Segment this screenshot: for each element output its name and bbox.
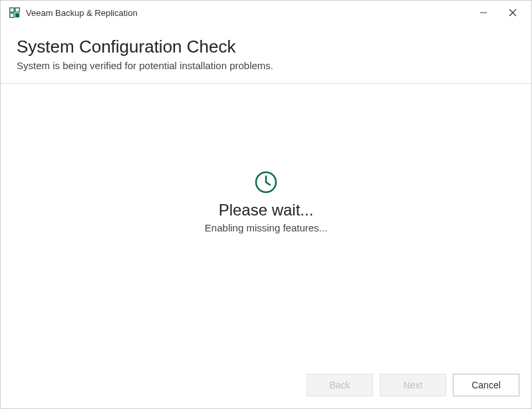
page-subtitle: System is being verified for potential i…: [17, 60, 515, 71]
titlebar: Veeam Backup & Replication: [1, 1, 531, 25]
next-button: Next: [380, 374, 446, 396]
app-icon: [9, 7, 21, 19]
svg-rect-1: [15, 8, 19, 12]
svg-rect-0: [10, 8, 14, 12]
clock-icon: [254, 170, 278, 194]
minimize-button[interactable]: [469, 3, 498, 23]
window-title: Veeam Backup & Replication: [26, 8, 469, 18]
svg-line-9: [266, 182, 270, 185]
cancel-button[interactable]: Cancel: [453, 374, 519, 396]
window-controls: [469, 3, 527, 23]
back-button: Back: [307, 374, 373, 396]
wait-status: Enabling missing features...: [205, 222, 327, 233]
svg-rect-3: [15, 13, 19, 17]
content-area: Please wait... Enabling missing features…: [1, 84, 531, 364]
page-title: System Configuration Check: [17, 37, 515, 57]
header-section: System Configuration Check System is bei…: [1, 25, 531, 84]
wait-title: Please wait...: [219, 201, 314, 219]
svg-rect-2: [10, 13, 14, 17]
close-button[interactable]: [498, 3, 527, 23]
footer-buttons: Back Next Cancel: [1, 364, 531, 408]
